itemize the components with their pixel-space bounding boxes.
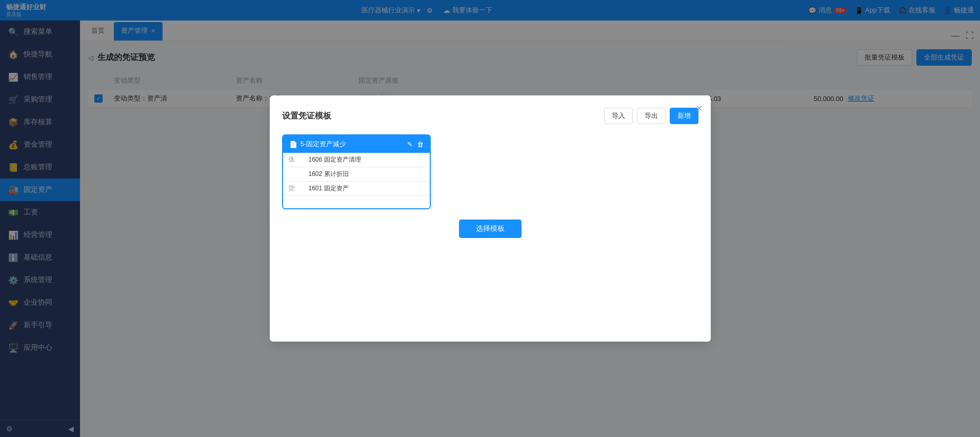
entry-type-cell <box>283 167 304 182</box>
modal-header-actions: 导入 导出 新增 <box>604 108 698 124</box>
select-template-button[interactable]: 选择模板 <box>459 220 522 238</box>
app-container: 畅捷通好业财 普及版 医疗器械行业演示 ▾ ⚙ ☁ 我要体验一下 💬 消息 99… <box>0 0 980 437</box>
amount-col2 <box>399 167 430 182</box>
amount-col1 <box>368 167 399 182</box>
entry-type-cell: 借: <box>283 153 304 167</box>
template-card-actions: ✎ 🗑 <box>407 141 424 148</box>
template-card-title-group: 📄 5-固定资产减少 <box>289 140 347 149</box>
delete-template-icon[interactable]: 🗑 <box>417 141 424 148</box>
select-template-section: 选择模板 <box>282 220 698 238</box>
new-template-button[interactable]: 新增 <box>670 108 698 124</box>
template-table-row-empty <box>283 196 430 208</box>
amount-col2 <box>399 182 430 196</box>
template-card-header: 📄 5-固定资产减少 ✎ 🗑 <box>283 135 430 153</box>
amount-col2 <box>399 153 430 167</box>
amount-col1 <box>368 182 399 196</box>
template-card-name: 5-固定资产减少 <box>301 140 347 149</box>
import-button[interactable]: 导入 <box>604 108 633 124</box>
edit-template-icon[interactable]: ✎ <box>407 141 413 148</box>
account-code-cell: 1602 累计折旧 <box>304 167 368 182</box>
modal-header: 设置凭证模板 导入 导出 新增 ✕ <box>282 108 698 124</box>
template-table-row: 借: 1606 固定资产清理 <box>283 153 430 167</box>
template-area: 📄 5-固定资产减少 ✎ 🗑 <box>282 134 698 209</box>
page-content: ◁ 生成的凭证预览 批量凭证模板 全部生成凭证 变动类型 资产名称 固定资产原值 <box>80 41 980 437</box>
export-button[interactable]: 导出 <box>637 108 666 124</box>
template-doc-icon: 📄 <box>289 141 297 148</box>
account-code-cell: 1606 固定资产清理 <box>304 153 368 167</box>
main-layout: 🔍 搜索菜单 🏠 快捷导航 📈 销售管理 🛒 采购管理 📦 库存核 <box>0 21 980 437</box>
template-table-row: 贷: 1601 固定资产 <box>283 182 430 196</box>
modal-title: 设置凭证模板 <box>282 111 331 122</box>
entry-type-cell: 贷: <box>283 182 304 196</box>
account-code-cell: 1601 固定资产 <box>304 182 368 196</box>
modal-backdrop: 设置凭证模板 导入 导出 新增 ✕ <box>80 41 980 437</box>
amount-col1 <box>368 153 399 167</box>
modal: 设置凭证模板 导入 导出 新增 ✕ <box>270 95 711 342</box>
template-table-row: 1602 累计折旧 <box>283 167 430 182</box>
content-area: 首页 资产管理 ✕ — ⛶ ◁ 生成的凭证预览 <box>80 21 980 437</box>
modal-close-button[interactable]: ✕ <box>696 104 703 113</box>
template-card: 📄 5-固定资产减少 ✎ 🗑 <box>282 134 431 209</box>
template-table: 借: 1606 固定资产清理 1602 累计折旧 <box>283 153 430 208</box>
